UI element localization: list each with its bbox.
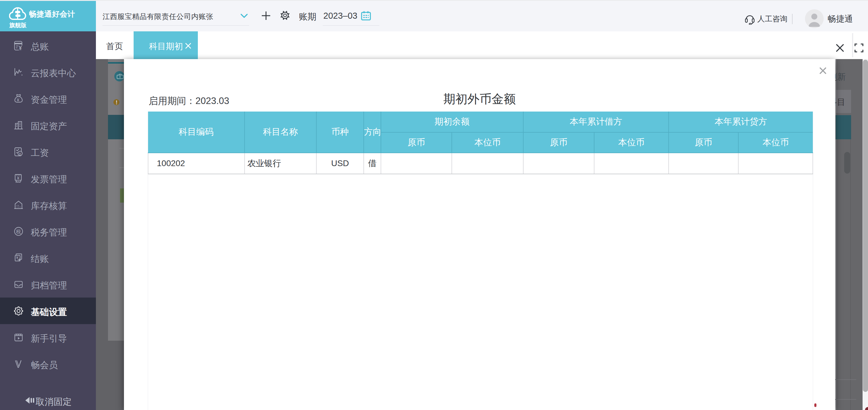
svg-text:税: 税 bbox=[16, 229, 21, 234]
svg-text:¥: ¥ bbox=[17, 176, 20, 180]
svg-text:¥: ¥ bbox=[19, 152, 21, 156]
svg-text:¥: ¥ bbox=[16, 256, 19, 260]
svg-text:¥: ¥ bbox=[119, 75, 121, 79]
svg-text:¥: ¥ bbox=[19, 45, 22, 51]
svg-text:¥: ¥ bbox=[17, 97, 20, 102]
